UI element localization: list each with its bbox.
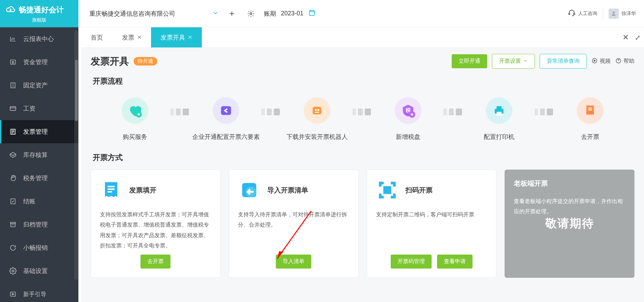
settings-button[interactable]	[245, 8, 257, 20]
nav-archive[interactable]: 归档管理	[0, 213, 78, 236]
nav-settings[interactable]: 基础设置	[0, 259, 78, 283]
sidebar-scrollbar[interactable]	[74, 31, 78, 280]
tab-label: 发票开具	[161, 33, 185, 42]
receipt-icon	[577, 97, 603, 124]
nav-label: 税务管理	[23, 174, 48, 182]
svg-rect-19	[315, 112, 319, 113]
nav-fund[interactable]: 资金管理	[0, 51, 78, 74]
sidebar: 畅捷通好会计 旗舰版 云报表中心 资金管理 固定资产 工资 发票管理 库存核算	[0, 0, 78, 302]
nav-cloud-report[interactable]: 云报表中心	[0, 27, 78, 51]
tab-label: 首页	[91, 33, 103, 42]
robot-icon	[304, 97, 330, 124]
play-icon	[9, 290, 17, 298]
methods-title: 开票方式	[93, 153, 634, 163]
go-invoice-button[interactable]: 去开票	[140, 255, 170, 269]
scrollbar-thumb[interactable]	[75, 60, 78, 121]
invoice-settings-button[interactable]: 开票设置	[492, 54, 535, 69]
support-link[interactable]: 人工咨询	[568, 9, 597, 18]
logo: 畅捷通好会计 旗舰版	[0, 0, 78, 27]
video-link[interactable]: 视频	[591, 58, 611, 65]
process-step-6[interactable]: 去开票	[556, 97, 624, 141]
archive-icon	[9, 220, 17, 229]
tab-invoice[interactable]: 发票 ✕	[113, 27, 151, 47]
app-name: 畅捷通好会计	[19, 5, 64, 15]
box-icon	[9, 151, 17, 159]
nav-fixed-asset[interactable]: 固定资产	[0, 74, 78, 97]
open-now-button[interactable]: 立即开通	[452, 54, 487, 68]
config-icon	[213, 97, 239, 124]
play-circle-icon	[591, 58, 598, 65]
user-menu[interactable]: 徐泽华	[609, 9, 636, 19]
heart-icon	[122, 97, 148, 124]
view-apply-button[interactable]: 查看申请	[437, 255, 473, 269]
invoice-icon	[9, 128, 17, 136]
process-steps: 购买服务 企业开通配置开票六要素 下载并安装开票机器人 税 新增税盘	[91, 93, 634, 145]
process-step-2[interactable]: 企业开通配置开票六要素	[192, 97, 260, 141]
nav-salary[interactable]: 工资	[0, 97, 78, 120]
step-label: 配置打印机	[484, 133, 514, 141]
arrow-icon	[535, 107, 555, 117]
add-button[interactable]	[226, 8, 238, 20]
import-list-button[interactable]: 导入清单	[276, 255, 311, 269]
tab-home[interactable]: 首页	[81, 27, 113, 47]
nav-label: 发票管理	[23, 128, 48, 136]
close-all-icon[interactable]: ✕	[623, 33, 629, 42]
nav-label: 新手引导	[23, 290, 46, 298]
link-label: 视频	[600, 58, 611, 65]
abnormal-list-button[interactable]: 异常清单查询	[540, 54, 587, 69]
nav-label: 工资	[23, 104, 35, 113]
nav-label: 结账	[23, 197, 35, 205]
chevron-down-icon	[523, 58, 528, 64]
close-icon[interactable]: ✕	[137, 34, 141, 41]
process-step-3[interactable]: 下载并安装开票机器人	[283, 97, 351, 141]
close-icon[interactable]: ✕	[188, 34, 192, 41]
link-label: 帮助	[624, 58, 634, 65]
expand-icon[interactable]: ⤢	[635, 33, 641, 42]
step-label: 新增税盘	[396, 133, 420, 141]
nav-label: 小畅报销	[23, 244, 48, 252]
support-label: 人工咨询	[578, 11, 597, 17]
nav-stock[interactable]: 库存核算	[0, 143, 78, 167]
tab-invoice-issue[interactable]: 发票开具 ✕	[151, 27, 202, 47]
help-link[interactable]: 帮助	[615, 58, 634, 65]
btn-label: 开票设置	[499, 58, 521, 65]
process-step-5[interactable]: 配置打印机	[465, 97, 533, 141]
arrow-icon	[170, 107, 191, 117]
card-title: 发票填开	[129, 186, 156, 195]
company-name: 重庆畅捷交通信息咨询有限公司	[89, 10, 175, 18]
money-icon	[9, 58, 17, 66]
period-selector[interactable]: 账期 2023-01	[264, 9, 316, 18]
nav-invoice[interactable]: 发票管理	[0, 120, 78, 143]
svg-point-18	[317, 109, 319, 111]
header: 重庆畅捷交通信息咨询有限公司 账期 2023-01 人工咨询 徐泽华	[81, 0, 644, 27]
svg-rect-27	[385, 187, 390, 193]
svg-point-11	[613, 12, 615, 14]
coming-soon-overlay: 敬请期待	[505, 170, 634, 277]
avatar-icon	[609, 9, 619, 19]
process-step-4[interactable]: 税 新增税盘	[374, 97, 442, 141]
refresh-icon	[9, 244, 17, 252]
nav-label: 云报表中心	[23, 35, 54, 43]
svg-rect-10	[310, 11, 315, 16]
page: 发票开具 待开通 立即开通 开票设置 异常清单查询 视频 帮助 开票流程	[81, 48, 644, 302]
step-label: 下载并安装开票机器人	[286, 133, 348, 141]
process-title: 开票流程	[93, 76, 634, 86]
svg-point-17	[315, 109, 317, 111]
card-fill-invoice: 发票填开 支持按照发票样式手工填开发票；可开具增值税电子普通发票、增值税普通发票…	[91, 170, 221, 278]
process-step-1[interactable]: 购买服务	[101, 97, 169, 141]
nav-label: 资金管理	[23, 58, 48, 66]
card-scan-invoice: 扫码开票 支持定制开票二维码，客户端可扫码开票 开票码管理 查看申请	[367, 170, 497, 278]
status-badge: 待开通	[134, 57, 157, 66]
nav-guide[interactable]: 新手引导	[0, 283, 78, 302]
nav-tax[interactable]: 税务管理	[0, 167, 78, 190]
qr-manage-button[interactable]: 开票码管理	[391, 255, 432, 269]
hand-icon	[9, 174, 17, 182]
company-selector[interactable]: 重庆畅捷交通信息咨询有限公司	[89, 10, 219, 18]
nav-label: 固定资产	[23, 81, 48, 89]
card-desc: 支持按照发票样式手工填开发票；可开具增值税电子普通发票、增值税普通发票、增值税专…	[100, 210, 211, 251]
card-title: 扫码开票	[405, 186, 433, 195]
nav-settle[interactable]: 结账	[0, 190, 78, 213]
page-header: 发票开具 待开通 立即开通 开票设置 异常清单查询 视频 帮助	[91, 54, 634, 69]
check-doc-icon	[9, 197, 17, 205]
nav-reimburse[interactable]: 小畅报销	[0, 236, 78, 259]
